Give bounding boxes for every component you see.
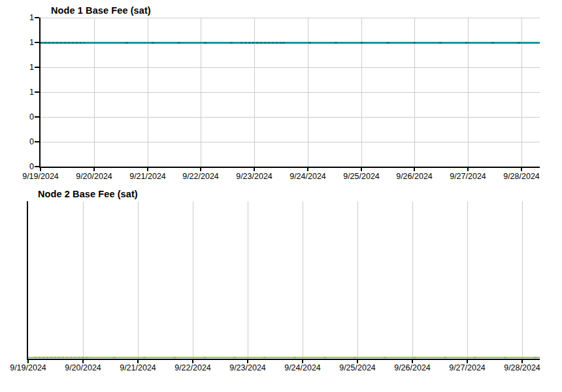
y-axis-label: 1	[17, 87, 34, 97]
x-tick-mark	[147, 168, 148, 171]
y-tick-mark	[35, 42, 39, 43]
x-axis-label: 9/23/2024	[227, 172, 282, 181]
data-point-markers-dense	[35, 357, 90, 358]
x-axis-line	[39, 167, 540, 168]
x-axis-label: 9/24/2024	[275, 363, 330, 372]
chart2-title: Node 2 Base Fee (sat)	[38, 189, 138, 199]
y-axis-line	[39, 18, 41, 168]
vertical-gridline	[308, 18, 308, 167]
x-tick-mark	[40, 168, 41, 171]
x-axis-label: 9/25/2024	[330, 363, 385, 372]
charts-canvas: Node 1 Base Fee (sat) 11110009/19/20249/…	[0, 0, 562, 392]
y-axis-label: 1	[17, 37, 34, 48]
vertical-gridline	[254, 18, 255, 167]
x-axis-label: 9/26/2024	[385, 363, 440, 372]
horizontal-gridline	[41, 92, 540, 93]
chart2-plot-area: 9/19/20249/20/20249/21/20249/22/20249/23…	[28, 201, 540, 359]
x-axis-label: 9/21/2024	[120, 172, 175, 181]
x-tick-mark	[200, 168, 201, 171]
y-tick-mark	[35, 166, 39, 167]
vertical-gridline	[248, 201, 248, 359]
x-axis-label: 9/20/2024	[67, 172, 122, 181]
y-tick-mark	[35, 91, 39, 93]
x-axis-label: 9/22/2024	[165, 363, 220, 372]
horizontal-gridline	[41, 67, 540, 68]
x-axis-label: 9/21/2024	[110, 363, 165, 372]
horizontal-gridline	[41, 142, 540, 142]
y-axis-label: 0	[17, 161, 34, 172]
vertical-gridline	[414, 18, 415, 167]
x-axis-line	[27, 359, 540, 360]
data-point-markers-sparse	[125, 42, 540, 44]
x-axis-label: 9/24/2024	[280, 172, 335, 181]
x-axis-label: 9/20/2024	[56, 363, 110, 372]
vertical-gridline	[412, 201, 413, 359]
vertical-gridline	[193, 201, 193, 359]
vertical-gridline	[138, 201, 139, 359]
y-axis-label: 0	[17, 112, 34, 122]
vertical-gridline	[303, 201, 303, 359]
data-point-markers-dense	[240, 42, 284, 44]
vertical-gridline	[361, 18, 362, 167]
y-tick-mark	[35, 17, 39, 18]
x-axis-label: 9/25/2024	[334, 172, 389, 181]
y-tick-mark	[35, 116, 39, 118]
vertical-gridline	[83, 201, 84, 359]
x-axis-label: 9/28/2024	[495, 363, 550, 372]
vertical-gridline	[94, 18, 95, 167]
vertical-gridline	[521, 18, 522, 167]
x-axis-label: 9/26/2024	[387, 172, 442, 181]
x-tick-mark	[361, 168, 362, 171]
x-tick-mark	[93, 168, 95, 171]
y-axis-label: 1	[17, 62, 34, 73]
y-axis-line	[27, 201, 28, 360]
vertical-gridline	[357, 201, 358, 359]
x-tick-mark	[307, 168, 308, 171]
vertical-gridline	[148, 18, 148, 167]
x-axis-label: 9/19/2024	[13, 172, 68, 181]
data-point-markers-dense	[41, 42, 85, 44]
y-axis-label: 1	[17, 12, 34, 23]
vertical-gridline	[201, 18, 201, 167]
vertical-gridline	[467, 201, 468, 359]
x-tick-mark	[414, 168, 415, 171]
y-tick-mark	[35, 141, 39, 142]
x-tick-mark	[467, 168, 469, 171]
chart1-plot-area: 11110009/19/20249/20/20249/21/20249/22/2…	[41, 18, 540, 167]
vertical-gridline	[522, 201, 523, 359]
x-tick-mark	[254, 168, 255, 171]
x-axis-label: 9/28/2024	[494, 172, 549, 181]
horizontal-gridline	[41, 18, 540, 18]
chart1-title: Node 1 Base Fee (sat)	[51, 5, 151, 16]
horizontal-gridline	[41, 117, 540, 118]
x-axis-label: 9/22/2024	[173, 172, 228, 181]
vertical-gridline	[468, 18, 469, 167]
x-axis-label: 9/19/2024	[1, 363, 56, 372]
x-tick-mark	[521, 168, 522, 171]
x-axis-label: 9/27/2024	[440, 363, 495, 372]
y-axis-label: 0	[17, 137, 34, 147]
y-tick-mark	[35, 67, 39, 68]
data-point-markers-sparse	[113, 357, 540, 358]
x-axis-label: 9/27/2024	[440, 172, 495, 181]
x-axis-label: 9/23/2024	[220, 363, 275, 372]
